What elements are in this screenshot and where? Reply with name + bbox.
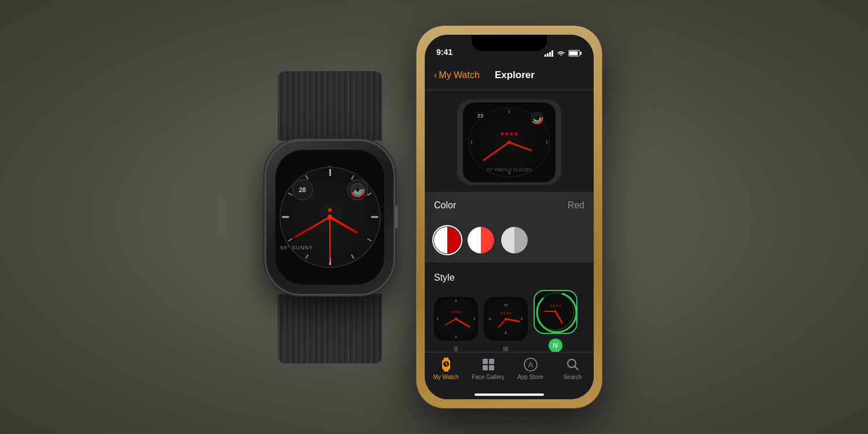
style-item-III[interactable]: 12 6 3 9 — [484, 297, 528, 352]
second-hand — [329, 217, 330, 262]
center-dot — [328, 215, 332, 219]
style-label-II: II — [454, 345, 458, 352]
svg-rect-6 — [545, 54, 546, 57]
svg-rect-9 — [551, 50, 553, 57]
color-section: Color Red — [425, 192, 594, 219]
svg-rect-26 — [483, 365, 488, 370]
wifi-icon — [557, 50, 565, 57]
tab-gallery-icon — [481, 357, 496, 372]
watch-preview-frame: 23 — [457, 100, 561, 185]
preview-hands — [469, 108, 549, 176]
tab-search[interactable]: Search — [554, 357, 591, 380]
svg-rect-24 — [483, 359, 488, 364]
back-chevron-icon: ‹ — [434, 70, 437, 80]
watch-band-top — [278, 71, 382, 141]
home-indicator — [475, 393, 544, 396]
tab-app-store-label: App Store — [517, 374, 543, 380]
signal-icon — [545, 50, 554, 57]
svg-rect-12 — [569, 52, 578, 56]
tab-search-label: Search — [564, 374, 582, 380]
tab-my-watch[interactable]: My Watch — [428, 357, 465, 380]
style-grid: II 12 6 3 9 — [425, 290, 594, 352]
watch-dial: 28 — [279, 167, 381, 268]
watch-weather: 68° SUNNY — [281, 245, 314, 251]
tab-face-gallery-label: Face Gallery — [472, 374, 505, 380]
scene: 28 — [266, 26, 602, 408]
tab-appstore-icon: A — [523, 357, 538, 372]
color-row: Color Red — [425, 193, 594, 218]
svg-line-31 — [575, 366, 578, 370]
nav-back-button[interactable]: ‹ My Watch — [434, 70, 480, 80]
style-item-IV[interactable]: IV — [534, 290, 578, 352]
tab-my-watch-label: My Watch — [433, 374, 458, 380]
iphone-screen: 9:41 — [425, 35, 594, 399]
apple-watch: 28 — [266, 71, 393, 363]
watch-hands — [281, 168, 380, 267]
tab-bar: My Watch Face Gallery — [425, 352, 594, 399]
style-section: Style — [425, 262, 594, 352]
nav-bar: ‹ My Watch Explorer — [425, 60, 594, 90]
style-face-III[interactable]: 12 6 3 9 — [484, 297, 528, 341]
battery-icon — [568, 50, 582, 57]
tab-watch-icon — [439, 357, 454, 372]
watch-band-bottom — [278, 294, 382, 363]
nav-back-label: My Watch — [439, 70, 480, 80]
tab-app-store[interactable]: A App Store — [512, 357, 549, 380]
status-time: 9:41 — [436, 47, 453, 57]
iphone-content: 23 — [425, 90, 594, 352]
tab-search-icon — [565, 357, 580, 372]
style-label-III: III — [503, 345, 508, 352]
tab-face-gallery[interactable]: Face Gallery — [470, 357, 507, 380]
style-face-IV[interactable] — [534, 290, 578, 334]
svg-rect-8 — [549, 52, 551, 57]
style-selected-badge: IV — [549, 339, 562, 352]
watch-preview-section: 23 — [425, 90, 594, 192]
color-option-silver[interactable] — [501, 227, 528, 253]
color-value: Red — [568, 200, 584, 211]
svg-rect-25 — [489, 359, 494, 364]
hour-hand — [329, 216, 358, 234]
color-option-red-white[interactable] — [468, 227, 494, 253]
watch-face: 28 — [278, 159, 382, 275]
color-option-red[interactable] — [434, 227, 461, 253]
preview-weather: 72° PARTLY CLOUDY — [487, 168, 532, 172]
svg-rect-20 — [444, 369, 448, 372]
watch-crown[interactable] — [393, 205, 398, 229]
nav-title: Explorer — [495, 69, 535, 81]
style-label: Style — [425, 268, 594, 290]
style-face-II[interactable] — [434, 297, 478, 341]
color-picker — [425, 219, 594, 262]
color-label: Color — [434, 200, 456, 211]
watch-screen: 28 — [275, 150, 384, 285]
iphone: 9:41 — [417, 26, 602, 408]
status-icons — [545, 50, 582, 57]
watch-preview-face: 23 — [463, 102, 556, 182]
watch-body: 28 — [266, 141, 393, 294]
svg-rect-7 — [547, 53, 549, 57]
svg-rect-27 — [489, 365, 494, 370]
svg-text:A: A — [528, 361, 533, 369]
svg-rect-11 — [580, 52, 582, 55]
minute-hand — [295, 216, 330, 238]
style-item-II[interactable]: II — [434, 297, 478, 352]
iphone-body: 9:41 — [417, 26, 602, 408]
iphone-notch — [472, 35, 547, 51]
